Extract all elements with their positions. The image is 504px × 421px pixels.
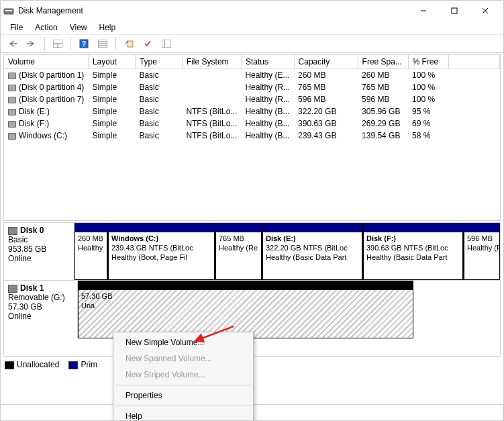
volume-icon — [8, 85, 16, 91]
window-title: Disk Management — [18, 6, 408, 15]
menubar: FileActionViewHelp — [1, 21, 503, 34]
forward-button[interactable] — [23, 36, 40, 51]
svg-rect-16 — [162, 40, 171, 48]
help-button[interactable]: ? — [76, 36, 92, 51]
view-list-button[interactable] — [95, 36, 111, 51]
properties-button[interactable] — [121, 36, 137, 51]
column-header[interactable]: Type — [135, 55, 182, 69]
context-menu-item: New Spanned Volume... — [113, 350, 253, 367]
column-header[interactable]: Status — [241, 55, 294, 69]
table-row[interactable]: (Disk 0 partition 1)SimpleBasicHealthy (… — [4, 69, 500, 82]
list-view-button[interactable] — [158, 36, 174, 51]
context-menu-item[interactable]: Help — [113, 408, 253, 421]
volume-icon — [8, 73, 16, 79]
partition[interactable]: 596 MBHealthy (R — [464, 223, 500, 280]
volume-table[interactable]: VolumeLayoutTypeFile SystemStatusCapacit… — [3, 54, 501, 221]
partition[interactable]: Windows (C:)239.43 GB NTFS (BitLocHealth… — [108, 223, 215, 280]
minimize-button[interactable] — [408, 1, 439, 21]
back-button[interactable] — [5, 36, 21, 51]
context-menu-item: New Striped Volume... — [113, 367, 253, 383]
context-menu-item[interactable]: Properties — [113, 387, 253, 404]
menu-view[interactable]: View — [64, 21, 93, 34]
svg-text:?: ? — [82, 40, 86, 48]
maximize-button[interactable] — [439, 1, 470, 21]
partition[interactable]: 260 MBHealthy — [74, 223, 108, 280]
svg-rect-1 — [5, 10, 12, 11]
checkmark-button[interactable] — [140, 36, 156, 51]
disk-row: Disk 1Removable (G:)57.30 GBOnline57.30 … — [4, 281, 500, 338]
column-header[interactable]: Capacity — [294, 55, 358, 69]
menu-separator — [115, 406, 252, 406]
svg-rect-15 — [128, 41, 133, 47]
close-button[interactable] — [470, 1, 501, 21]
legend-item: Prim — [68, 360, 97, 369]
column-header[interactable]: Layout — [88, 55, 135, 69]
column-header[interactable]: % Free — [408, 55, 448, 69]
disk-row: Disk 0Basic953.85 GBOnline260 MBHealthyW… — [4, 223, 500, 281]
column-header[interactable]: File System — [182, 55, 241, 69]
disk-icon — [8, 285, 17, 293]
partition[interactable]: 765 MBHealthy (Re — [215, 223, 262, 280]
view-split-button[interactable] — [50, 36, 66, 51]
table-row[interactable]: Disk (F:)SimpleBasicNTFS (BitLo...Health… — [4, 118, 500, 130]
disk-icon — [8, 227, 17, 235]
menu-separator — [115, 385, 252, 385]
context-menu: New Simple Volume...New Spanned Volume..… — [113, 332, 254, 421]
table-row[interactable]: Windows (C:)SimpleBasicNTFS (BitLo...Hea… — [4, 130, 500, 142]
table-row[interactable]: (Disk 0 partition 7)SimpleBasicHealthy (… — [4, 93, 500, 105]
svg-rect-3 — [452, 8, 457, 13]
table-row[interactable]: (Disk 0 partition 4)SimpleBasicHealthy (… — [4, 81, 500, 93]
menu-action[interactable]: Action — [30, 21, 62, 34]
disk-info[interactable]: Disk 1Removable (G:)57.30 GBOnline — [4, 281, 78, 338]
table-row[interactable]: Disk (E:)SimpleBasicNTFS (BitLo...Health… — [4, 105, 500, 118]
volume-icon — [8, 133, 16, 140]
column-header[interactable]: Volume — [4, 55, 88, 69]
volume-icon — [8, 121, 16, 128]
app-icon — [3, 5, 14, 16]
context-menu-item[interactable]: New Simple Volume... — [113, 334, 253, 350]
partition[interactable]: 57.30 GBUna — [78, 281, 413, 338]
volume-icon — [8, 109, 16, 115]
menu-file[interactable]: File — [5, 21, 28, 34]
column-header[interactable]: Free Spa... — [358, 55, 408, 69]
volume-icon — [8, 97, 16, 103]
partition[interactable]: Disk (F:)390.63 GB NTFS (BitLocHealthy (… — [363, 223, 464, 280]
legend-item: Unallocated — [5, 360, 59, 369]
svg-rect-0 — [4, 9, 13, 14]
disk-info[interactable]: Disk 0Basic953.85 GBOnline — [4, 223, 74, 280]
menu-help[interactable]: Help — [94, 21, 121, 34]
partition[interactable]: Disk (E:)322.20 GB NTFS (BitLocHealthy (… — [262, 223, 363, 280]
toolbar: ? — [1, 34, 503, 53]
